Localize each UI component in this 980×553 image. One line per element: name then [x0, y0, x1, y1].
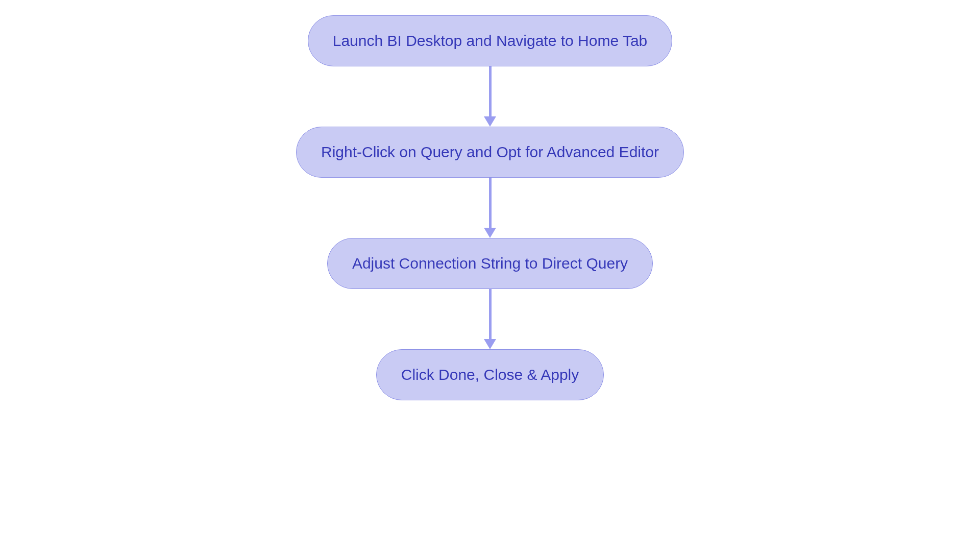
node-label: Launch BI Desktop and Navigate to Home T… — [333, 32, 648, 50]
arrow-down-icon — [484, 178, 496, 238]
flowchart-container: Launch BI Desktop and Navigate to Home T… — [296, 15, 684, 400]
node-label: Click Done, Close & Apply — [401, 366, 579, 383]
flowchart-node-4: Click Done, Close & Apply — [376, 349, 604, 400]
flowchart-node-2: Right-Click on Query and Opt for Advance… — [296, 127, 684, 178]
node-label: Right-Click on Query and Opt for Advance… — [321, 143, 659, 161]
arrow-down-icon — [484, 289, 496, 349]
flowchart-node-3: Adjust Connection String to Direct Query — [327, 238, 653, 289]
arrow-down-icon — [484, 66, 496, 127]
node-label: Adjust Connection String to Direct Query — [352, 255, 628, 272]
flowchart-node-1: Launch BI Desktop and Navigate to Home T… — [308, 15, 673, 66]
